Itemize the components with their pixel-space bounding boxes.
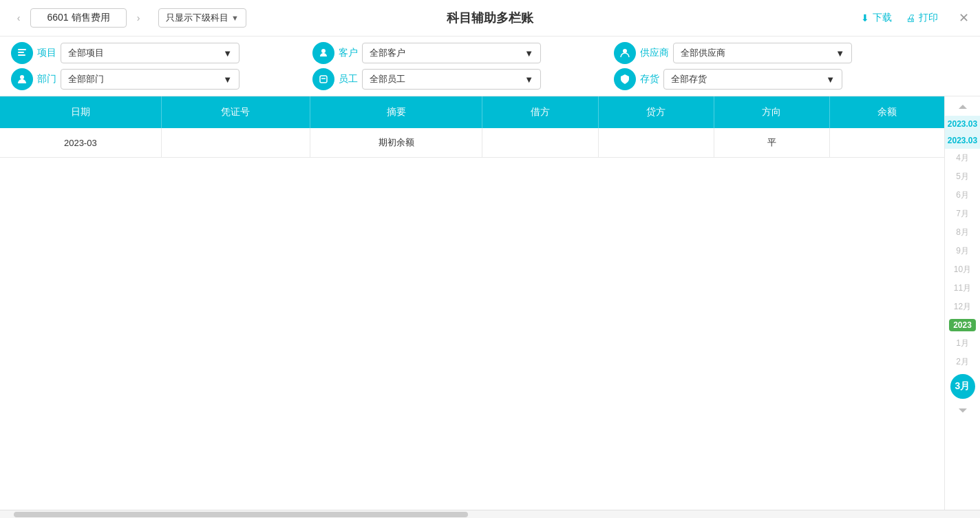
- department-value: 全部部门: [68, 73, 104, 85]
- cell-date: 2023-03: [0, 128, 161, 158]
- print-button[interactable]: 🖨 打印: [906, 12, 938, 24]
- col-voucher: 凭证号: [161, 96, 310, 128]
- account-code-box[interactable]: 6601 销售费用: [30, 8, 127, 28]
- filter-inventory: 存货 全部存货 ▼: [614, 68, 910, 90]
- sub-dropdown-arrow: ▼: [231, 14, 239, 22]
- project-select[interactable]: 全部项目 ▼: [61, 43, 239, 63]
- horizontal-scrollbar[interactable]: [0, 510, 980, 518]
- employee-value: 全部员工: [370, 73, 405, 85]
- page-title: 科目辅助多栏账: [447, 10, 533, 26]
- main-content: 日期 凭证号 摘要 借方 贷方 方向 余额 2023-03 期初余额: [0, 96, 980, 510]
- col-debit: 借方: [482, 96, 598, 128]
- department-select[interactable]: 全部部门 ▼: [61, 69, 239, 90]
- print-label: 打印: [919, 12, 938, 24]
- timeline-active-month[interactable]: 3月: [950, 374, 975, 399]
- svg-point-3: [623, 49, 627, 53]
- download-button[interactable]: ⬇ 下载: [861, 12, 892, 24]
- close-button[interactable]: ✕: [959, 10, 969, 25]
- timeline-month-7[interactable]: 7月: [945, 205, 980, 223]
- department-label: 部门: [37, 73, 56, 85]
- filter-department: 部门 全部部门 ▼: [11, 68, 307, 90]
- ledger-table: 日期 凭证号 摘要 借方 贷方 方向 余额 2023-03 期初余额: [0, 96, 944, 158]
- cell-direction: 平: [714, 128, 829, 158]
- table-row[interactable]: 2023-03 期初余额 平: [0, 128, 944, 158]
- timeline-period-2[interactable]: 2023.03: [945, 132, 980, 149]
- filter-bar: 项目 全部项目 ▼ 客户 全部客户 ▼: [0, 37, 980, 96]
- print-icon: 🖨: [906, 12, 915, 23]
- table-wrapper[interactable]: 日期 凭证号 摘要 借方 贷方 方向 余额 2023-03 期初余额: [0, 96, 944, 510]
- timeline-month-5[interactable]: 5月: [945, 167, 980, 186]
- cell-credit: [598, 128, 714, 158]
- supplier-value: 全部供应商: [681, 47, 725, 59]
- customer-value: 全部客户: [370, 47, 405, 59]
- cell-balance: [830, 128, 945, 158]
- employee-icon: [312, 68, 334, 90]
- prev-nav-arrow[interactable]: ‹: [11, 10, 26, 25]
- project-arrow: ▼: [223, 48, 232, 59]
- supplier-arrow: ▼: [835, 48, 844, 59]
- inventory-select[interactable]: 全部存货 ▼: [663, 69, 842, 90]
- employee-arrow: ▼: [524, 74, 533, 85]
- filter-row-2: 部门 全部部门 ▼ 员工 全部员工 ▼: [11, 68, 969, 90]
- col-balance: 余额: [830, 96, 945, 128]
- customer-arrow: ▼: [524, 48, 533, 59]
- col-direction: 方向: [714, 96, 829, 128]
- timeline-month-8[interactable]: 8月: [945, 223, 980, 242]
- side-timeline: 2023.03 2023.03 4月 5月 6月 7月 8月 9月 10月 11…: [944, 96, 980, 510]
- filter-supplier: 供应商 全部供应商 ▼: [614, 42, 910, 64]
- timeline-period-1[interactable]: 2023.03: [945, 116, 980, 132]
- filter-customer: 客户 全部客户 ▼: [312, 42, 608, 64]
- timeline-month-11[interactable]: 11月: [945, 279, 980, 298]
- project-label: 项目: [37, 47, 56, 59]
- filter-employee: 员工 全部员工 ▼: [312, 68, 608, 90]
- project-value: 全部项目: [68, 47, 104, 59]
- inventory-icon: [614, 68, 636, 90]
- download-label: 下载: [873, 12, 892, 24]
- supplier-label: 供应商: [640, 47, 669, 59]
- timeline-month-2[interactable]: 2月: [945, 353, 980, 371]
- cell-voucher: [161, 128, 310, 158]
- year-badge[interactable]: 2023: [949, 319, 976, 331]
- timeline-month-12[interactable]: 12月: [945, 298, 980, 316]
- timeline-up-arrow[interactable]: [945, 99, 980, 116]
- inventory-arrow: ▼: [826, 74, 835, 85]
- cell-debit: [482, 128, 598, 158]
- col-credit: 贷方: [598, 96, 714, 128]
- col-summary: 摘要: [310, 96, 482, 128]
- inventory-label: 存货: [640, 73, 659, 85]
- nav-section: ‹ 6601 销售费用 › 只显示下级科目 ▼: [11, 8, 246, 28]
- timeline-month-6[interactable]: 6月: [945, 186, 980, 205]
- timeline-down-arrow[interactable]: [945, 402, 980, 418]
- top-actions: ⬇ 下载 🖨 打印 ✕: [861, 10, 969, 25]
- timeline-month-10[interactable]: 10月: [945, 260, 980, 279]
- svg-rect-2: [18, 54, 25, 56]
- title-bar: ‹ 6601 销售费用 › 只显示下级科目 ▼ 科目辅助多栏账 ⬇ 下载 🖨 打…: [0, 0, 980, 37]
- inventory-value: 全部存货: [671, 73, 707, 85]
- employee-select[interactable]: 全部员工 ▼: [362, 69, 541, 90]
- main-window: ‹ 6601 销售费用 › 只显示下级科目 ▼ 科目辅助多栏账 ⬇ 下载 🖨 打…: [0, 0, 980, 518]
- show-sub-label: 只显示下级科目: [166, 12, 228, 24]
- customer-select[interactable]: 全部客户 ▼: [362, 43, 541, 63]
- cell-summary: 期初余额: [310, 128, 482, 158]
- department-arrow: ▼: [223, 74, 232, 85]
- department-icon: [11, 68, 33, 90]
- svg-rect-1: [18, 52, 24, 53]
- timeline-month-1[interactable]: 1月: [945, 334, 980, 353]
- svg-point-4: [20, 75, 24, 79]
- filter-project: 项目 全部项目 ▼: [11, 42, 307, 64]
- project-icon: [11, 42, 33, 64]
- filter-row-1: 项目 全部项目 ▼ 客户 全部客户 ▼: [11, 42, 969, 64]
- scrollbar-thumb[interactable]: [14, 512, 468, 517]
- customer-label: 客户: [339, 47, 358, 59]
- download-icon: ⬇: [861, 12, 869, 23]
- supplier-icon: [614, 42, 636, 64]
- timeline-month-4[interactable]: 4月: [945, 149, 980, 167]
- svg-rect-0: [18, 49, 26, 50]
- svg-rect-5: [320, 76, 327, 83]
- employee-label: 员工: [339, 73, 358, 85]
- supplier-select[interactable]: 全部供应商 ▼: [673, 43, 852, 63]
- next-nav-arrow[interactable]: ›: [131, 10, 146, 25]
- customer-icon: [312, 42, 334, 64]
- show-sub-accounts-dropdown[interactable]: 只显示下级科目 ▼: [158, 8, 246, 28]
- timeline-month-9[interactable]: 9月: [945, 242, 980, 260]
